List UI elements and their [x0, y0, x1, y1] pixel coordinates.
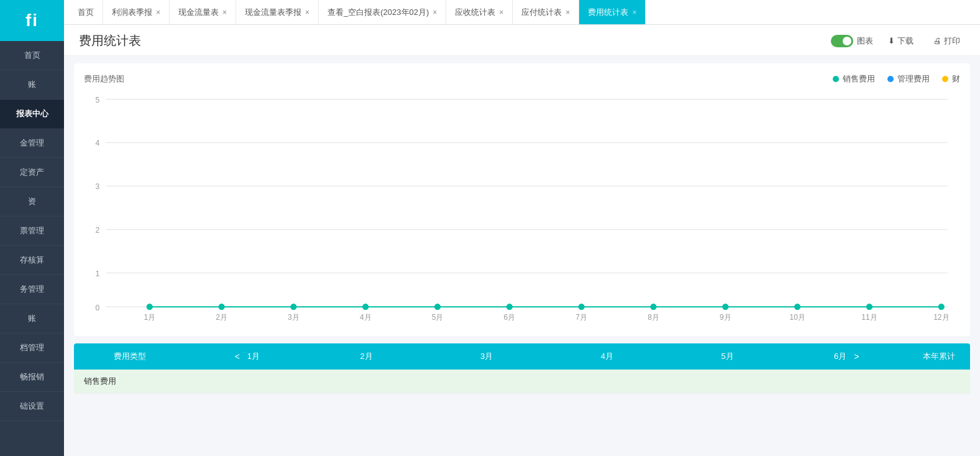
sidebar-item-archive[interactable]: 档管理: [0, 333, 64, 363]
table-header-month6: 6月 >: [787, 343, 908, 370]
download-icon: ⬇: [888, 36, 895, 45]
expense-table: 费用类型 < 1月 2月 3月 4月 5月 6月 > 本年累计: [74, 343, 970, 394]
sidebar-item-ledger[interactable]: 账: [0, 70, 64, 100]
page-header: 费用统计表 图表 ⬇ 下载 🖨 打印: [64, 25, 980, 56]
table-header-month5: 5月: [667, 343, 788, 370]
svg-text:11月: 11月: [861, 313, 877, 322]
table-next-arrow[interactable]: >: [851, 351, 861, 361]
header-actions: 图表 ⬇ 下载 🖨 打印: [831, 33, 965, 49]
chart-svg: 5 4 3 2 1 0: [84, 90, 960, 326]
tab-expense[interactable]: 费用统计表 ×: [579, 0, 646, 25]
sidebar-item-capital[interactable]: 资: [0, 187, 64, 216]
tab-bar: 首页 利润表季报 × 现金流量表 × 现金流量表季报 × 查看_空白报表(202…: [64, 0, 980, 25]
table-header-month1: < 1月: [186, 343, 306, 370]
table-cell-sales-m5: [667, 370, 788, 393]
svg-point-23: [938, 304, 945, 310]
table-cell-sales-m2: [306, 370, 427, 393]
svg-text:4月: 4月: [360, 313, 372, 322]
tab-cashflow-quarter[interactable]: 现金流量表季报 ×: [236, 0, 319, 25]
chart-toggle[interactable]: [831, 35, 853, 47]
table-cell-sales-m3: [426, 370, 547, 393]
tab-close-blank-report[interactable]: ×: [433, 8, 437, 17]
tab-close-cashflow-quarter[interactable]: ×: [305, 8, 309, 17]
tab-receivable[interactable]: 应收统计表 ×: [446, 0, 513, 25]
table-header-month4: 4月: [547, 343, 667, 370]
svg-text:2月: 2月: [216, 313, 227, 322]
svg-point-12: [147, 304, 153, 310]
tab-home[interactable]: 首页: [69, 0, 103, 25]
table-row-sales: 销售费用: [74, 370, 970, 394]
sidebar: fi 首页 账 报表中心 金管理 定资产 资 票管理 存核算 务管理 账 档管理…: [0, 0, 64, 456]
sidebar-item-reports[interactable]: 报表中心: [0, 100, 64, 129]
table-cell-type-sales: 销售费用: [74, 370, 186, 393]
sidebar-item-reimbursement[interactable]: 畅报销: [0, 363, 64, 392]
chart-area: 5 4 3 2 1 0: [84, 90, 960, 326]
tab-close-cashflow[interactable]: ×: [222, 8, 227, 17]
chart-container: 费用趋势图 销售费用 管理费用 财: [74, 63, 970, 336]
svg-point-19: [650, 304, 656, 310]
legend-dot-admin: [887, 76, 894, 82]
chart-header: 费用趋势图 销售费用 管理费用 财: [84, 73, 960, 85]
print-label: 打印: [944, 35, 960, 47]
sidebar-item-assets[interactable]: 定资产: [0, 158, 64, 187]
chart-title: 费用趋势图: [84, 73, 124, 85]
table-cell-sales-m6: [787, 370, 908, 393]
table-cell-sales-m1: [186, 370, 306, 393]
sidebar-item-home[interactable]: 首页: [0, 41, 64, 70]
table-cell-sales-total: [908, 370, 970, 393]
svg-point-16: [434, 304, 441, 310]
sidebar-item-cash[interactable]: 金管理: [0, 129, 64, 158]
toggle-label: 图表: [857, 35, 873, 47]
table-header-month2: 2月: [306, 343, 427, 370]
tab-close-profit-quarter[interactable]: ×: [156, 8, 160, 17]
svg-text:9月: 9月: [720, 313, 731, 322]
svg-text:6月: 6月: [504, 313, 516, 322]
print-button[interactable]: 🖨 打印: [928, 33, 965, 49]
download-button[interactable]: ⬇ 下载: [883, 33, 918, 49]
svg-text:3: 3: [95, 182, 99, 191]
svg-text:8月: 8月: [648, 313, 659, 322]
sidebar-item-tickets[interactable]: 票管理: [0, 216, 64, 246]
legend-label-admin: 管理费用: [897, 73, 930, 85]
svg-point-15: [362, 304, 369, 310]
sidebar-logo: fi: [0, 0, 64, 41]
sidebar-item-settings[interactable]: 础设置: [0, 392, 64, 421]
svg-point-21: [794, 304, 800, 310]
table-header: 费用类型 < 1月 2月 3月 4月 5月 6月 > 本年累计: [74, 343, 970, 370]
sidebar-item-inventory[interactable]: 存核算: [0, 246, 64, 275]
svg-point-14: [290, 304, 296, 310]
tab-profit-quarter[interactable]: 利润表季报 ×: [103, 0, 170, 25]
table-header-month3: 3月: [426, 343, 547, 370]
svg-text:3月: 3月: [288, 313, 300, 322]
svg-text:7月: 7月: [575, 313, 587, 322]
tab-close-payable[interactable]: ×: [566, 8, 570, 17]
print-icon: 🖨: [933, 36, 941, 45]
legend-item-admin: 管理费用: [887, 73, 930, 85]
legend-label-finance: 财: [952, 73, 960, 85]
svg-text:1月: 1月: [144, 313, 155, 322]
svg-point-18: [579, 304, 585, 310]
svg-text:5: 5: [95, 95, 99, 104]
table-prev-arrow[interactable]: <: [232, 351, 242, 361]
sidebar-item-accounts[interactable]: 账: [0, 304, 64, 333]
download-label: 下载: [897, 35, 914, 47]
legend-item-finance: 财: [942, 73, 960, 85]
svg-text:10月: 10月: [789, 313, 805, 322]
tab-close-receivable[interactable]: ×: [499, 8, 503, 17]
sidebar-item-business[interactable]: 务管理: [0, 275, 64, 304]
tab-blank-report[interactable]: 查看_空白报表(2023年02月) ×: [319, 0, 446, 25]
tab-close-expense[interactable]: ×: [632, 8, 636, 17]
table-cell-sales-m4: [547, 370, 667, 393]
svg-text:5月: 5月: [432, 313, 444, 322]
legend-label-sales: 销售费用: [843, 73, 875, 85]
tab-cashflow[interactable]: 现金流量表 ×: [170, 0, 236, 25]
svg-text:2: 2: [95, 226, 99, 235]
svg-text:0: 0: [95, 304, 99, 312]
legend-item-sales: 销售费用: [833, 73, 875, 85]
tab-payable[interactable]: 应付统计表 ×: [513, 0, 579, 25]
chart-toggle-wrap: 图表: [831, 35, 873, 47]
table-header-total: 本年累计: [908, 343, 970, 370]
svg-text:4: 4: [95, 139, 99, 147]
chart-legend: 销售费用 管理费用 财: [833, 73, 960, 85]
table-header-type: 费用类型: [74, 343, 186, 370]
